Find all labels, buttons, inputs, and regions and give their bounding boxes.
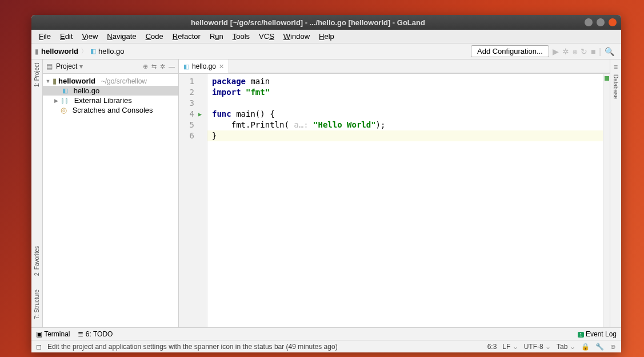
menu-bar: File Edit View Navigate Code Refactor Ru… [31, 30, 621, 43]
hide-icon[interactable]: — [169, 63, 175, 70]
breadcrumb-project[interactable]: helloworld [41, 47, 78, 55]
event-log-button[interactable]: 1Event Log [578, 330, 617, 338]
analysis-strip[interactable] [603, 74, 610, 327]
breadcrumb-file[interactable]: hello.go [98, 47, 125, 55]
coverage-icon[interactable]: ⎈ [573, 47, 577, 56]
window-title: helloworld [~/go/src/helloworld] - .../h… [31, 18, 585, 27]
tool-tab-database[interactable]: Database [613, 71, 619, 102]
editor-tabs: ◧ hello.go ✕ [179, 60, 610, 74]
tree-file-hello[interactable]: ◧ hello.go [43, 86, 178, 96]
project-panel-header: ▤ Project ▾ ⊕ ⇆ ✲ — [43, 60, 178, 74]
status-bar: ◻ Edit the project and application setti… [31, 340, 621, 352]
menu-vcs[interactable]: VCS [255, 31, 278, 42]
left-tool-rail: 1: Project 2: Favorites 7: Structure [31, 60, 43, 327]
menu-tools[interactable]: Tools [229, 31, 254, 42]
search-everywhere-icon[interactable]: 🔍 [605, 47, 614, 56]
breadcrumb: ▮ helloworld 〉 ◧ hello.go [35, 46, 125, 57]
collapse-icon[interactable]: ⇆ [151, 63, 157, 70]
close-button[interactable] [609, 18, 617, 26]
breadcrumb-separator: 〉 [81, 46, 88, 57]
menu-run[interactable]: Run [206, 31, 227, 42]
menu-code[interactable]: Code [142, 31, 167, 42]
minimize-button[interactable] [585, 18, 593, 26]
menu-help[interactable]: Help [315, 31, 338, 42]
window-controls [585, 18, 621, 26]
editor-tab-label: hello.go [192, 62, 216, 70]
stop-icon[interactable]: ■ [591, 47, 595, 56]
debug-icon[interactable]: ✲ [562, 47, 569, 56]
profile-icon[interactable]: ↻ [581, 47, 587, 56]
right-tool-rail: ≡ Database [610, 60, 621, 327]
status-tip: Edit the project and application setting… [47, 343, 338, 351]
maximize-button[interactable] [597, 18, 605, 26]
close-tab-icon[interactable]: ✕ [219, 63, 224, 70]
tool-tab-terminal[interactable]: ▣ Terminal [36, 330, 70, 338]
bottom-tool-bar: ▣ Terminal ≣ 6: TODO 1Event Log [31, 327, 621, 340]
tool-tab-structure[interactable]: 7: Structure [34, 286, 40, 323]
editor-tab-hello[interactable]: ◧ hello.go ✕ [179, 60, 229, 73]
run-gutter-icon[interactable]: ▶ [198, 109, 202, 120]
run-icon[interactable]: ▶ [553, 47, 559, 56]
tree-external-libraries[interactable]: ▶⫿⫿ External Libraries [43, 96, 178, 105]
menu-edit[interactable]: Edit [56, 31, 77, 42]
spanner-icon[interactable]: 🔧 [595, 343, 604, 351]
editor-body: 1 2 3 ▶4 5 6 package main import "fmt" f… [179, 74, 610, 327]
tool-tab-todo[interactable]: ≣ 6: TODO [78, 330, 113, 338]
lock-icon[interactable]: 🔒 [581, 343, 590, 351]
add-configuration-button[interactable]: Add Configuration... [471, 45, 549, 57]
database-icon: ≡ [614, 63, 618, 71]
analysis-ok-icon [605, 76, 609, 81]
title-bar[interactable]: helloworld [~/go/src/helloworld] - .../h… [31, 15, 621, 30]
settings-icon[interactable]: ✲ [160, 63, 165, 70]
hector-icon[interactable]: ☺ [610, 343, 617, 351]
project-panel-title: Project [56, 62, 77, 70]
code-editor[interactable]: package main import "fmt" func main() { … [207, 74, 603, 327]
menu-window[interactable]: Window [279, 31, 314, 42]
main-area: 1: Project 2: Favorites 7: Structure ▤ P… [31, 60, 621, 327]
locate-icon[interactable]: ⊕ [143, 63, 148, 70]
menu-refactor[interactable]: Refactor [169, 31, 205, 42]
file-encoding[interactable]: UTF-8 ⌄ [524, 343, 551, 351]
nav-bar: ▮ helloworld 〉 ◧ hello.go Add Configurat… [31, 43, 621, 60]
folder-icon: ▮ [35, 47, 39, 55]
current-line-highlight: } [207, 130, 603, 141]
menu-navigate[interactable]: Navigate [103, 31, 140, 42]
line-ending[interactable]: LF ⌄ [502, 343, 518, 351]
go-file-icon: ◧ [90, 47, 96, 55]
tool-tab-favorites[interactable]: 2: Favorites [34, 243, 40, 279]
menu-file[interactable]: File [35, 31, 55, 42]
tree-scratches[interactable]: ◎ Scratches and Consoles [43, 105, 178, 115]
menu-view[interactable]: View [78, 31, 102, 42]
cursor-position[interactable]: 6:3 [487, 343, 497, 351]
indent-setting[interactable]: Tab ⌄ [557, 343, 575, 351]
project-tool-window: ▤ Project ▾ ⊕ ⇆ ✲ — ▼▮ helloworld ~/go/s… [43, 60, 179, 327]
tool-tab-project[interactable]: 1: Project [34, 60, 40, 90]
line-gutter[interactable]: 1 2 3 ▶4 5 6 [179, 74, 207, 327]
app-window: helloworld [~/go/src/helloworld] - .../h… [31, 15, 621, 352]
tool-windows-icon[interactable]: ◻ [36, 343, 42, 351]
editor-area: ◧ hello.go ✕ 1 2 3 ▶4 5 6 package main i… [179, 60, 610, 327]
project-tree: ▼▮ helloworld ~/go/src/hellow ◧ hello.go… [43, 74, 178, 117]
tree-root[interactable]: ▼▮ helloworld ~/go/src/hellow [43, 76, 178, 86]
go-file-icon: ◧ [183, 63, 189, 70]
run-toolbar: ▶ ✲ ⎈ ↻ ■ | 🔍 [549, 47, 618, 56]
